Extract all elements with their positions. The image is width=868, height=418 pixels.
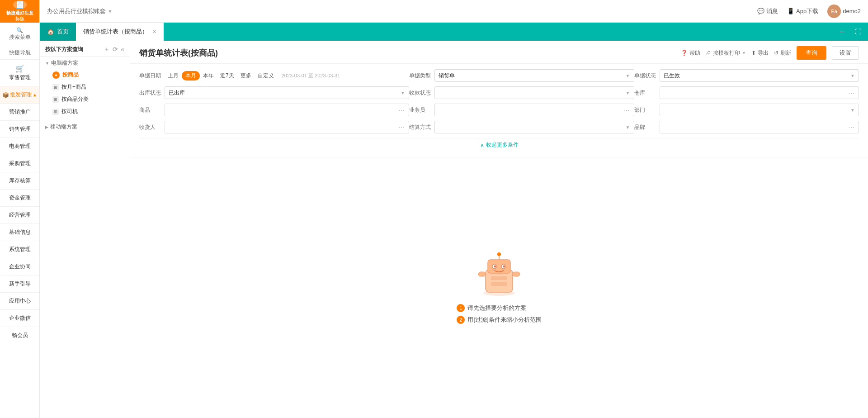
sidebar-item-inventory[interactable]: 库存核算 <box>0 172 39 190</box>
salesperson-input[interactable]: ··· <box>434 104 634 116</box>
tab-minimize-button[interactable]: ─ <box>835 25 848 38</box>
chevron-down-icon: ▼ <box>108 9 113 14</box>
out-status-select[interactable]: 已出库 ▼ <box>165 86 409 99</box>
triangle-icon: ▼ <box>45 61 49 66</box>
settings-button[interactable]: 设置 <box>832 46 859 60</box>
search-icon: 🔍 <box>16 27 23 33</box>
basics-label: 基础信息 <box>9 228 31 236</box>
sidebar-item-retail[interactable]: 🛒 零售管理 <box>0 60 39 86</box>
out-status-arrow-icon: ▼ <box>401 90 405 95</box>
type-select[interactable]: 销货单 ▼ <box>434 69 634 82</box>
date-last-month[interactable]: 上月 <box>165 71 182 81</box>
refresh-scheme-button[interactable]: ⟳ <box>113 46 118 53</box>
receive-status-select[interactable]: ▼ <box>434 86 634 99</box>
svg-point-6 <box>503 266 505 268</box>
sidebar-item-wholesale[interactable]: 📦 批发管理 ▲ <box>0 86 39 104</box>
sidebar-item-ecommerce[interactable]: 电商管理 <box>0 138 39 155</box>
date-this-month[interactable]: 本月 <box>182 71 200 81</box>
content-area: 按以下方案查询 ＋ ⟳ « ▼ 电脑端方案 ● 按商品 ⊞ 按月+商品 <box>40 41 868 418</box>
sidebar-item-purchase[interactable]: 采购管理 <box>0 155 39 172</box>
date-last-7days[interactable]: 近7天 <box>217 71 237 81</box>
ecommerce-label: 电商管理 <box>9 142 31 150</box>
scheme-by-cashier[interactable]: ⊞ 按司机 <box>49 105 130 118</box>
sidebar-item-member[interactable]: 畅会员 <box>0 327 39 344</box>
scheme-by-product[interactable]: ● 按商品 <box>49 69 130 81</box>
scheme-icon-3: ⊞ <box>52 109 59 115</box>
sidebar-item-system[interactable]: 系统管理 <box>0 241 39 258</box>
pc-scheme-label: 电脑端方案 <box>51 59 78 67</box>
finance-label: 资金管理 <box>9 194 31 202</box>
product-input[interactable]: ··· <box>165 104 409 116</box>
svg-rect-9 <box>478 272 486 276</box>
pc-scheme-group: ▼ 电脑端方案 <box>40 57 130 69</box>
page-title: 销货单统计表(按商品) <box>139 48 218 58</box>
main-area: 办公用品行业模拟账套 ▼ 💬 消息 📱 App下载 Ea demo2 🏠 <box>40 0 868 418</box>
out-status-label: 出库状态 <box>139 89 165 97</box>
sidebar-item-corpwechat[interactable]: 企业微信 <box>0 310 39 327</box>
topbar: 办公用品行业模拟账套 ▼ 💬 消息 📱 App下载 Ea demo2 <box>40 0 868 23</box>
inventory-label: 库存核算 <box>9 177 31 185</box>
warehouse-input[interactable]: ··· <box>660 86 859 99</box>
brand-input[interactable]: ··· <box>660 121 859 133</box>
refresh-button[interactable]: ↺ 刷新 <box>774 49 791 57</box>
tab-close-icon[interactable]: ✕ <box>152 29 156 35</box>
filter-warehouse-field: 仓库 ··· <box>634 86 859 99</box>
template-print-button[interactable]: 🖨 按模板打印 ▼ <box>706 49 746 57</box>
filter-area: 单据日期 上月 本月 本年 近7天 更多 自定义 2023-03-01 至 20… <box>130 64 868 157</box>
sidebar-item-basics[interactable]: 基础信息 <box>0 224 39 241</box>
filter-type-field: 单据类型 销货单 ▼ <box>409 69 634 82</box>
scheme-icon-2: ⊞ <box>52 96 59 103</box>
tab-sales-stat[interactable]: 销货单统计表（按商品） ✕ <box>76 23 164 41</box>
query-content: 销货单统计表(按商品) ❓ 帮助 🖨 按模板打印 ▼ ⬆ 导出 <box>130 41 868 418</box>
template-print-label: 按模板打印 <box>713 49 740 57</box>
avatar: Ea <box>827 5 841 18</box>
enterprise-label: 企业协同 <box>9 263 31 271</box>
sidebar-item-enterprise[interactable]: 企业协同 <box>0 258 39 276</box>
sidebar-item-finance[interactable]: 资金管理 <box>0 190 39 207</box>
query-button[interactable]: 查询 <box>797 46 826 60</box>
user-profile[interactable]: Ea demo2 <box>827 5 861 18</box>
date-custom[interactable]: 自定义 <box>255 71 277 81</box>
add-scheme-button[interactable]: ＋ <box>104 45 110 53</box>
status-select[interactable]: 已生效 ▼ <box>660 69 859 82</box>
quick-nav[interactable]: 快捷导航 <box>0 46 39 60</box>
dept-arrow-icon: ▼ <box>850 108 855 113</box>
sidebar-item-newbie[interactable]: 新手引导 <box>0 276 39 293</box>
mobile-scheme-group: ▶ 移动端方案 <box>40 120 130 133</box>
tab-home[interactable]: 🏠 首页 <box>40 23 76 41</box>
filter-status-field: 单据状态 已生效 ▼ <box>634 69 859 82</box>
messages-label: 消息 <box>766 7 778 15</box>
warehouse-label: 仓库 <box>634 89 660 97</box>
sidebar-item-sales[interactable]: 销售管理 <box>0 121 39 138</box>
search-menu[interactable]: 🔍 搜索菜单 <box>0 23 39 46</box>
tab-expand-button[interactable]: ⛶ <box>852 25 864 38</box>
sidebar-item-appcenter[interactable]: 应用中心 <box>0 293 39 310</box>
date-this-year[interactable]: 本年 <box>200 71 217 81</box>
collapse-filters-button[interactable]: ∧ 收起更多条件 <box>139 138 859 152</box>
tabbar: 🏠 首页 销货单统计表（按商品） ✕ ─ ⛶ <box>40 23 868 41</box>
out-status-value: 已出库 <box>169 89 185 97</box>
help-button[interactable]: ❓ 帮助 <box>681 49 700 57</box>
export-button[interactable]: ⬆ 导出 <box>751 49 769 57</box>
sidebar-item-operations[interactable]: 经营管理 <box>0 207 39 224</box>
scheme-by-month-product[interactable]: ⊞ 按月+商品 <box>49 81 130 93</box>
date-more[interactable]: 更多 <box>237 71 255 81</box>
quick-nav-label: 快捷导航 <box>9 49 31 56</box>
filter-row-3: 商品 ··· 业务员 ··· 部门 <box>139 104 859 116</box>
filter-brand-field: 品牌 ··· <box>634 121 859 133</box>
messages-button[interactable]: 💬 消息 <box>757 7 778 15</box>
industry-selector[interactable]: 办公用品行业模拟账套 ▼ <box>47 7 113 15</box>
app-download-button[interactable]: 📱 App下载 <box>787 7 818 15</box>
collapse-panel-button[interactable]: « <box>121 46 124 53</box>
dept-select[interactable]: ▼ <box>660 104 859 116</box>
filter-row-1: 单据日期 上月 本月 本年 近7天 更多 自定义 2023-03-01 至 20… <box>139 69 859 82</box>
topbar-right: 💬 消息 📱 App下载 Ea demo2 <box>757 5 861 18</box>
sidebar-label-wholesale: 批发管理 <box>10 91 32 99</box>
scheme-by-category[interactable]: ⊞ 按商品分类 <box>49 93 130 105</box>
page-actions: ❓ 帮助 🖨 按模板打印 ▼ ⬆ 导出 ↺ 刷新 <box>681 46 859 60</box>
empty-illustration <box>472 252 526 297</box>
receiver-input[interactable]: ··· <box>165 121 409 133</box>
payment-select[interactable]: ▼ <box>434 121 634 133</box>
sidebar-item-marketing[interactable]: 营销推广 <box>0 104 39 121</box>
active-scheme-icon: ● <box>52 71 60 79</box>
